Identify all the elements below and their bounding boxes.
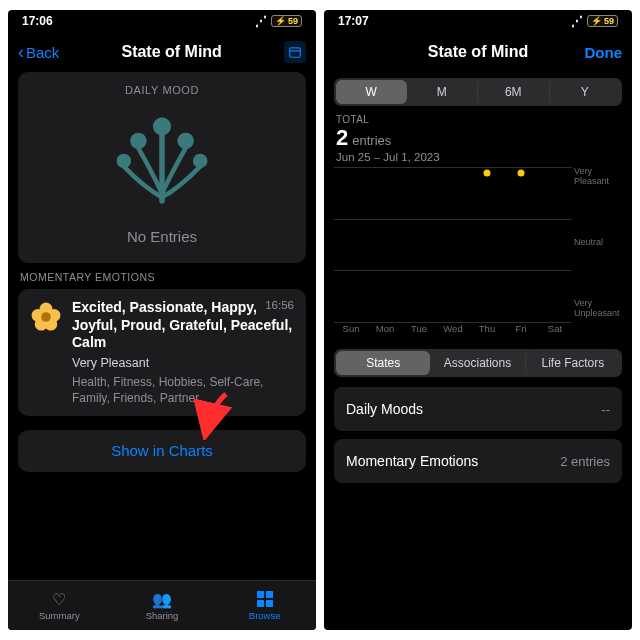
time-tab-w[interactable]: W xyxy=(336,80,407,104)
tab-label: Summary xyxy=(39,610,80,621)
done-button[interactable]: Done xyxy=(585,44,623,61)
total-value-line: 2 entries xyxy=(336,125,620,151)
daily-mood-heading: DAILY MOOD xyxy=(30,84,294,96)
cellular-icon: ⋰ xyxy=(255,14,267,28)
show-in-charts-label: Show in Charts xyxy=(111,442,213,459)
entry-time: 16:56 xyxy=(265,299,294,311)
total-unit: entries xyxy=(352,133,391,148)
time-range-segment: WM6MY xyxy=(334,78,622,106)
back-label: Back xyxy=(26,44,59,61)
time-tab-m[interactable]: M xyxy=(407,80,478,104)
row-label: Momentary Emotions xyxy=(346,453,478,469)
daily-mood-card: DAILY MOOD xyxy=(18,72,306,263)
chart-y-labels: Very PleasantNeutralVery Unpleasant xyxy=(574,167,622,319)
svg-rect-13 xyxy=(257,591,264,598)
daily-moods-row[interactable]: Daily Moods -- xyxy=(334,387,622,431)
view-tab-life-factors[interactable]: Life Factors xyxy=(525,351,620,375)
page-title: State of Mind xyxy=(428,43,528,61)
time-tab-6m[interactable]: 6M xyxy=(477,80,549,104)
show-in-charts-button[interactable]: Show in Charts xyxy=(18,430,306,472)
tab-bar: ♡ Summary 👥 Sharing Browse xyxy=(8,580,316,630)
battery-icon: ⚡59 xyxy=(271,15,302,27)
chart-point xyxy=(484,170,491,177)
calendar-button[interactable] xyxy=(284,41,306,63)
view-tab-associations[interactable]: Associations xyxy=(430,351,524,375)
mood-chart[interactable]: Very PleasantNeutralVery Unpleasant SunM… xyxy=(334,167,622,343)
entry-subtitle: Very Pleasant xyxy=(72,356,294,370)
people-icon: 👥 xyxy=(152,590,172,608)
svg-point-12 xyxy=(41,312,51,322)
total-label: TOTAL xyxy=(336,114,620,125)
heart-icon: ♡ xyxy=(49,590,69,608)
status-time: 17:07 xyxy=(338,14,369,28)
svg-rect-14 xyxy=(266,591,273,598)
svg-rect-0 xyxy=(290,48,301,57)
momentary-entry[interactable]: 16:56 Excited, Passionate, Happy, Joyful… xyxy=(18,289,306,416)
status-right: ⋰ ⚡59 xyxy=(571,14,618,28)
chart-point xyxy=(518,170,525,177)
row-label: Daily Moods xyxy=(346,401,423,417)
entry-body: 16:56 Excited, Passionate, Happy, Joyful… xyxy=(72,299,294,406)
navbar: ‹ Back State of Mind xyxy=(8,32,316,72)
screenshot-right: 17:07 ⋰ ⚡59 State of Mind Done WM6MY TOT… xyxy=(324,10,632,630)
chevron-left-icon: ‹ xyxy=(18,43,24,61)
tab-sharing[interactable]: 👥 Sharing xyxy=(111,581,214,630)
entry-tags: Health, Fitness, Hobbies, Self-Care, Fam… xyxy=(72,374,294,406)
status-time: 17:06 xyxy=(22,14,53,28)
status-bar: 17:06 ⋰ ⚡59 xyxy=(8,10,316,32)
svg-rect-15 xyxy=(257,600,264,607)
view-tab-states[interactable]: States xyxy=(336,351,430,375)
battery-icon: ⚡59 xyxy=(587,15,618,27)
svg-rect-16 xyxy=(266,600,273,607)
svg-point-2 xyxy=(153,117,171,135)
tab-browse[interactable]: Browse xyxy=(213,581,316,630)
view-segment: StatesAssociationsLife Factors xyxy=(334,349,622,377)
mood-plant-icon xyxy=(30,110,294,210)
status-right: ⋰ ⚡59 xyxy=(255,14,302,28)
grid-icon xyxy=(255,590,275,608)
cellular-icon: ⋰ xyxy=(571,14,583,28)
entry-title: Excited, Passionate, Happy, Joyful, Prou… xyxy=(72,299,294,352)
row-value: 2 entries xyxy=(560,454,610,469)
page-title: State of Mind xyxy=(121,43,221,61)
row-value: -- xyxy=(601,402,610,417)
screenshot-left: 17:06 ⋰ ⚡59 ‹ Back State of Mind DAILY M… xyxy=(8,10,316,630)
total-number: 2 xyxy=(336,125,348,151)
tab-label: Sharing xyxy=(146,610,179,621)
chart-x-labels: SunMonTueWedThuFriSat xyxy=(334,323,572,343)
date-range: Jun 25 – Jul 1, 2023 xyxy=(336,151,620,163)
flower-icon xyxy=(30,301,62,333)
back-button[interactable]: ‹ Back xyxy=(18,43,59,61)
navbar: State of Mind Done xyxy=(324,32,632,72)
tab-label: Browse xyxy=(249,610,281,621)
status-bar: 17:07 ⋰ ⚡59 xyxy=(324,10,632,32)
calendar-icon xyxy=(288,45,302,59)
momentary-heading: MOMENTARY EMOTIONS xyxy=(20,271,304,283)
time-tab-y[interactable]: Y xyxy=(549,80,621,104)
no-entries-label: No Entries xyxy=(30,228,294,245)
momentary-emotions-row[interactable]: Momentary Emotions 2 entries xyxy=(334,439,622,483)
tab-summary[interactable]: ♡ Summary xyxy=(8,581,111,630)
